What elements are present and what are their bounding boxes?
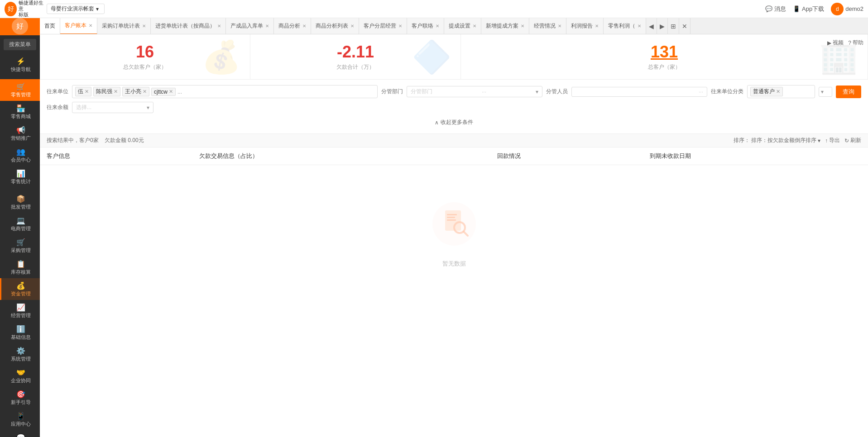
tab-close-retail-profit[interactable]: ✕ (638, 24, 641, 28)
unit-tag-wu[interactable]: 伍 ✕ (75, 87, 91, 96)
tab-customers[interactable]: 客户账本 ✕ (60, 18, 97, 34)
chevron-down-icon-sort: ▾ (818, 138, 820, 144)
tab-close-customers[interactable]: ✕ (89, 23, 92, 28)
stat-total-customers: 💰 16 总欠款客户（家） (40, 34, 250, 79)
tab-close-cost-inbound[interactable]: ✕ (265, 24, 269, 28)
tab-close-all-button[interactable]: ✕ (679, 18, 691, 34)
sidebar-logo-area: 好 (0, 18, 40, 35)
unit-filter-tags[interactable]: 伍 ✕ 陈民强 ✕ 王小亮 ✕ (72, 85, 378, 98)
balance-filter-select[interactable]: 选择... ▾ (72, 102, 153, 113)
unit-tag-wu-close[interactable]: ✕ (85, 89, 89, 95)
sidebar-item-quick-nav[interactable]: ⚡ 快捷导航 (0, 54, 40, 76)
dept-filter-label: 分管部门 (381, 88, 403, 95)
manager-filter-select[interactable]: ··· (571, 87, 707, 97)
help-button[interactable]: ? 帮助 (848, 39, 863, 47)
tab-business-status[interactable]: 经营情况 ✕ (529, 18, 566, 34)
tab-close-profit-report[interactable]: ✕ (595, 24, 599, 28)
collapse-button[interactable]: ∧ 收起更多条件 (433, 117, 475, 128)
category-tag-normal-close[interactable]: ✕ (776, 89, 780, 95)
sidebar-item-retail-stats[interactable]: 📊 零售统计 (0, 166, 40, 188)
sidebar-item-purchase[interactable]: 🛒 采购管理 (0, 235, 40, 256)
purchase-icon: 🛒 (16, 238, 25, 247)
tab-retail-profit[interactable]: 零售利润（ ✕ (604, 18, 646, 34)
workspace-selector[interactable]: 母婴行业演示帐套 ▾ (47, 4, 105, 14)
unit-tag-cjttcw-close[interactable]: ✕ (169, 89, 173, 95)
refresh-button[interactable]: ↻ 刷新 (844, 137, 861, 144)
category-filter-dropdown[interactable]: ▾ (819, 87, 832, 97)
tab-product-analysis-list[interactable]: 商品分析列表 ✕ (311, 18, 359, 34)
unit-filter-label: 往来单位 (47, 88, 68, 95)
tab-close-product-analysis[interactable]: ✕ (302, 24, 306, 28)
stat-value-all-customers[interactable]: 131 (651, 43, 678, 62)
search-menu-button[interactable]: 搜索菜单 (4, 39, 36, 50)
sidebar-item-marketing[interactable]: 📢 营销推广 (0, 123, 40, 144)
query-button[interactable]: 查询 (836, 86, 861, 98)
unit-tag-cjttcw[interactable]: cjttcw ✕ (151, 88, 176, 96)
results-info: 搜索结果中，客户0家 欠款金额 0.00元 (47, 137, 144, 144)
tab-next-button[interactable]: ▶ (657, 18, 668, 34)
messages-button[interactable]: 💬 消息 (765, 5, 786, 13)
tab-inbound-stats[interactable]: 进货单统计表（按商品） ✕ (151, 18, 226, 34)
export-button[interactable]: ↑ 导出 (825, 137, 840, 144)
unit-tag-wang[interactable]: 王小亮 ✕ (122, 87, 149, 96)
tab-purchase-orders[interactable]: 采购订单统计表 ✕ (97, 18, 151, 34)
tab-home[interactable]: 首页 (40, 18, 60, 34)
sidebar-item-system[interactable]: ⚙️ 系统管理 (0, 343, 40, 365)
content-area: 首页 客户账本 ✕ 采购订单统计表 ✕ 进货单统计表（按商品） ✕ 产成品入库单… (40, 18, 868, 437)
results-actions: 排序： 排序：按欠款金额倒序排序 ▾ ↑ 导出 ↻ 刷新 (734, 137, 861, 144)
category-tag-normal[interactable]: 普通客户 ✕ (750, 87, 783, 96)
tab-improve-settings[interactable]: 提成设置 ✕ (444, 18, 481, 34)
tab-close-new-improve[interactable]: ✕ (521, 24, 524, 28)
stats-bar: 💰 16 总欠款客户（家） 🔷 -2.11 欠款合计（万） 🏢 131 (40, 34, 868, 80)
tab-expand-button[interactable]: ⊞ (668, 18, 679, 34)
tab-customer-contact[interactable]: 客户联络 ✕ (407, 18, 444, 34)
tab-customer-tier[interactable]: 客户分层经营 ✕ (359, 18, 407, 34)
sidebar-item-wholesale[interactable]: 📦 批发管理 (0, 191, 40, 213)
tab-close-customer-contact[interactable]: ✕ (436, 24, 439, 28)
video-button[interactable]: ▶ 视频 (827, 39, 844, 47)
sidebar-item-app-center[interactable]: 📱 应用中心 (0, 408, 40, 430)
tab-cost-inbound[interactable]: 产成品入库单 ✕ (226, 18, 274, 34)
guide-icon: 🎯 (16, 390, 25, 399)
system-icon: ⚙️ (16, 347, 25, 355)
dept-filter-select[interactable]: 分管部门 ··· ▾ (407, 86, 542, 97)
tab-prev-button[interactable]: ◀ (646, 18, 657, 34)
balance-filter-label: 往来余额 (47, 104, 68, 111)
sidebar-item-finance[interactable]: 💰 资金管理 (0, 278, 40, 300)
export-icon: ↑ (825, 138, 828, 144)
tab-close-inbound-stats[interactable]: ✕ (217, 24, 221, 28)
tab-close-product-analysis-list[interactable]: ✕ (350, 24, 354, 28)
tab-close-improve-settings[interactable]: ✕ (473, 24, 476, 28)
filter-area: 往来单位 伍 ✕ 陈民强 ✕ 王小亮 (40, 80, 868, 134)
unit-tag-chen[interactable]: 陈民强 ✕ (93, 87, 120, 96)
unit-filter-more[interactable]: ... (177, 89, 182, 95)
play-icon: ▶ (827, 40, 831, 46)
sidebar-item-inventory[interactable]: 📋 库存核算 (0, 256, 40, 278)
sidebar-item-enterprise[interactable]: 🤝 企业协同 (0, 365, 40, 387)
stat-total-all-customers: 🏢 131 总客户（家） (461, 34, 868, 79)
tab-close-purchase-orders[interactable]: ✕ (142, 24, 146, 28)
sidebar-item-retail-mall[interactable]: 🏪 零售商城 (0, 101, 40, 123)
app-download-button[interactable]: 📱 App下载 (793, 5, 824, 13)
sort-selector[interactable]: 排序： 排序：按欠款金额倒序排序 ▾ (734, 137, 820, 144)
video-help-area: ▶ 视频 ? 帮助 (827, 39, 863, 47)
tab-close-business-status[interactable]: ✕ (558, 24, 561, 28)
sidebar-item-member[interactable]: 👥 会员中心 (0, 144, 40, 166)
sidebar-item-operations[interactable]: 📈 经营管理 (0, 300, 40, 322)
tab-close-customer-tier[interactable]: ✕ (398, 24, 402, 28)
sidebar-item-basic-info[interactable]: ℹ️ 基础信息 (0, 322, 40, 343)
tab-product-analysis[interactable]: 商品分析 ✕ (274, 18, 311, 34)
sidebar-item-enterprise-wx[interactable]: 💬 企业微信 (0, 430, 40, 437)
main-area: 好 搜索菜单 ⚡ 快捷导航 🛒 零售管理 🏪 零售商城 📢 营销推广 (0, 18, 868, 437)
member-icon: 👥 (16, 147, 25, 156)
tab-profit-report[interactable]: 利润报告 ✕ (566, 18, 604, 34)
unit-tag-chen-close[interactable]: ✕ (114, 89, 118, 95)
sidebar-item-ecommerce[interactable]: 💻 电商管理 (0, 213, 40, 235)
user-profile[interactable]: d demo2 (831, 3, 863, 15)
sidebar-item-retail[interactable]: 🛒 零售管理 (0, 79, 40, 101)
unit-tag-wang-close[interactable]: ✕ (143, 89, 147, 95)
sidebar-item-guide[interactable]: 🎯 新手引导 (0, 387, 40, 408)
tab-new-improve[interactable]: 新增提成方案 ✕ (481, 18, 529, 34)
category-filter[interactable]: 普通客户 ✕ (747, 85, 815, 98)
app-container: 好 畅捷通好生意 标版 母婴行业演示帐套 ▾ 💬 消息 📱 App下载 d de… (0, 0, 868, 437)
